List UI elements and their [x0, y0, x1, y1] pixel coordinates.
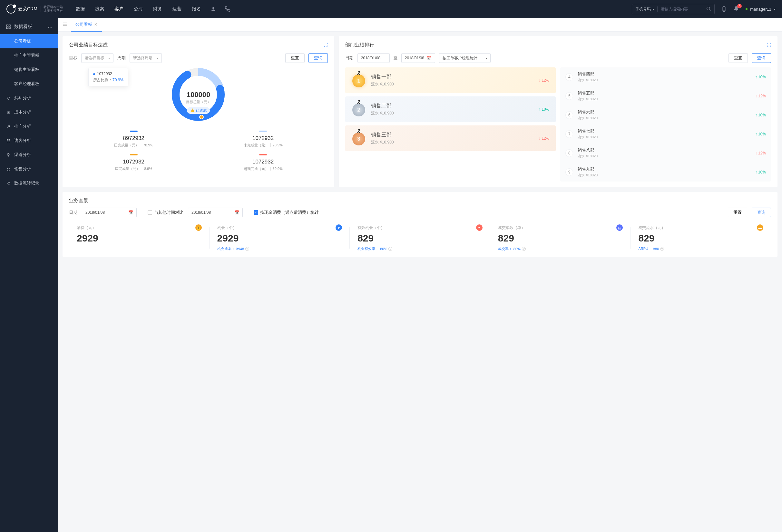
cash-stat-checkbox[interactable] [254, 210, 258, 215]
panel-overview: 业务全景 日期 2018/01/08 📅 与其他时间对比 2018/01/08 … [63, 192, 778, 257]
compare-label: 与其他时间对比 [154, 210, 183, 215]
rank-card[interactable]: 🎗2 销售二部流水 ¥10,900 ↑ 10% [345, 96, 556, 122]
rank-row[interactable]: 5 销售五部流水 ¥19020 ↓ 12% [560, 86, 771, 105]
sidebar-item[interactable]: ◎销售分析 [0, 162, 58, 176]
trend-indicator: ↓ 12% [755, 94, 766, 98]
chevron-down-icon: ▾ [652, 7, 654, 11]
rank-row[interactable]: 4 销售四部流水 ¥19020 ↑ 10% [560, 67, 771, 86]
user-menu[interactable]: manager11 ▾ [746, 7, 776, 11]
rank-row[interactable]: 8 销售八部流水 ¥19020 ↓ 12% [560, 143, 771, 163]
sidebar-item[interactable]: ⊙成本分析 [0, 105, 58, 119]
panel-goal-title: 公司业绩目标达成 [69, 42, 108, 48]
sidebar-icon: ☷ [6, 138, 11, 143]
rank-row[interactable]: 7 销售七部流水 ¥19020 ↑ 10% [560, 125, 771, 143]
svg-rect-6 [6, 27, 8, 29]
cash-stat-label: 按现金消费（返点后消费）统计 [260, 210, 319, 215]
chart-tooltip: 1072932 所占比例：70.9% [88, 68, 128, 86]
sidebar-item[interactable]: ↗推广分析 [0, 119, 58, 134]
rank-row[interactable]: 6 销售六部流水 ¥19020 ↑ 10% [560, 105, 771, 125]
nav-item[interactable]: 报名 [192, 6, 201, 12]
chevron-down-icon: ▾ [774, 7, 776, 11]
date-input-1[interactable]: 2018/01/08 📅 [82, 208, 137, 217]
reset-button[interactable]: 重置 [285, 53, 305, 63]
collapse-sidebar-icon[interactable] [63, 22, 68, 28]
nav-item[interactable]: 运营 [173, 6, 181, 12]
dashboard-icon [6, 24, 11, 29]
tabs-bar: 公司看板 ✕ [58, 18, 782, 32]
trend-indicator: ↑ 10% [755, 75, 766, 79]
rank-row[interactable]: 9 销售九部流水 ¥19020 ↑ 10% [560, 163, 771, 181]
sidebar-group-dashboard[interactable]: 数据看板 ︿ [0, 19, 58, 34]
metric: 机会（个） ➤ 2929机会成本：¥948 ? [210, 224, 350, 251]
logo[interactable]: 云朵CRM 教育机构一站 式服务云平台 [6, 4, 63, 13]
sidebar-item[interactable]: ⚲渠道分析 [0, 148, 58, 162]
brand-name: 云朵CRM [18, 6, 41, 12]
sidebar-subitem[interactable]: 推广主管看板 [0, 48, 58, 63]
date-from-input[interactable]: 2018/01/08 [357, 53, 390, 63]
nav-item[interactable]: 财务 [153, 6, 162, 12]
calendar-icon: 📅 [128, 210, 133, 215]
mobile-icon[interactable] [721, 6, 727, 12]
reset-button[interactable]: 重置 [728, 208, 747, 217]
logo-icon [6, 4, 15, 13]
query-button[interactable]: 查询 [752, 208, 771, 217]
stat-cell: 1072932 应完成量（元）8.9% [69, 151, 198, 174]
stat-cell: 1072932 未完成量（元）20.9% [198, 127, 327, 151]
select-period[interactable]: 请选择周期 ▾ [130, 53, 162, 63]
svg-point-1 [707, 7, 710, 10]
online-status-icon [746, 8, 747, 10]
svg-point-0 [212, 7, 214, 9]
expand-icon[interactable]: ⛶ [324, 42, 328, 47]
compare-checkbox[interactable] [148, 210, 152, 215]
sidebar-icon: ⟲ [6, 181, 11, 186]
expand-icon[interactable]: ⛶ [767, 42, 771, 47]
chevron-down-icon: ▾ [108, 57, 110, 60]
sidebar-item[interactable]: ▽漏斗分析 [0, 91, 58, 105]
trend-indicator: ↑ 10% [755, 170, 766, 174]
rank-card[interactable]: 🎗1 销售一部流水 ¥10,900 ↓ 12% [345, 67, 556, 93]
nav-item[interactable]: 数据 [76, 6, 85, 12]
sidebar-item[interactable]: ☷访客分析 [0, 134, 58, 148]
nav-item[interactable]: 客户 [114, 6, 123, 12]
search-icon[interactable] [703, 6, 714, 12]
sidebar-subitem[interactable]: 公司看板 [0, 34, 58, 48]
query-button[interactable]: 查询 [309, 53, 328, 63]
nav-item[interactable]: 公海 [134, 6, 143, 12]
filter-target-label: 目标 [69, 55, 77, 61]
tab-company-dashboard[interactable]: 公司看板 ✕ [71, 18, 102, 32]
filter-date-label: 日期 [345, 55, 354, 61]
achieved-badge: 👍 已达成 [187, 107, 210, 114]
medal-icon: 🎗3 [352, 131, 366, 145]
filter-period-label: 周期 [117, 55, 126, 61]
help-icon[interactable]: ? [660, 247, 664, 251]
select-stat-type[interactable]: 按工单客户经理统计 ▾ [439, 53, 491, 63]
phone-icon[interactable] [225, 6, 230, 12]
nav-item[interactable]: 线索 [95, 6, 104, 12]
help-icon[interactable]: ? [522, 247, 526, 251]
sidebar-item[interactable]: ⟲数据流转记录 [0, 176, 58, 190]
user-icon[interactable] [211, 6, 216, 12]
notifications-icon[interactable]: 5 [733, 6, 739, 12]
metric: 成交流水（元） ▬ 829ARPU：¥80 ? [631, 224, 771, 251]
trend-indicator: ↑ 10% [755, 113, 766, 117]
date-to-input[interactable]: 2018/01/08 📅 [401, 53, 435, 63]
metric: 消费（元） 💰 2929 [69, 224, 210, 251]
reset-button[interactable]: 重置 [728, 53, 748, 63]
sidebar-subitem[interactable]: 客户经理看板 [0, 77, 58, 91]
help-icon[interactable]: ? [388, 247, 392, 251]
metric-icon: 💰 [196, 224, 202, 231]
close-icon[interactable]: ✕ [94, 22, 97, 27]
donut-chart: 1072932 所占比例：70.9% 100000 目标总量（元） [69, 66, 328, 123]
metric-icon: ➤ [335, 224, 342, 231]
sidebar: 数据看板 ︿ 公司看板推广主管看板销售主管看板客户经理看板 ▽漏斗分析⊙成本分析… [0, 18, 58, 532]
query-button[interactable]: 查询 [752, 53, 771, 63]
search-input[interactable] [657, 7, 703, 11]
trend-indicator: ↓ 12% [755, 151, 766, 155]
search-type-select[interactable]: 手机号码 ▾ [632, 6, 657, 12]
sidebar-subitem[interactable]: 销售主管看板 [0, 63, 58, 77]
rank-card[interactable]: 🎗3 销售三部流水 ¥10,900 ↓ 12% [345, 126, 556, 151]
select-target[interactable]: 请选择目标 ▾ [81, 53, 113, 63]
date-input-2[interactable]: 2018/01/08 📅 [188, 208, 243, 217]
help-icon[interactable]: ? [245, 247, 249, 251]
metric: 成交单数（单） ▤ 829成交率：80% ? [490, 224, 631, 251]
